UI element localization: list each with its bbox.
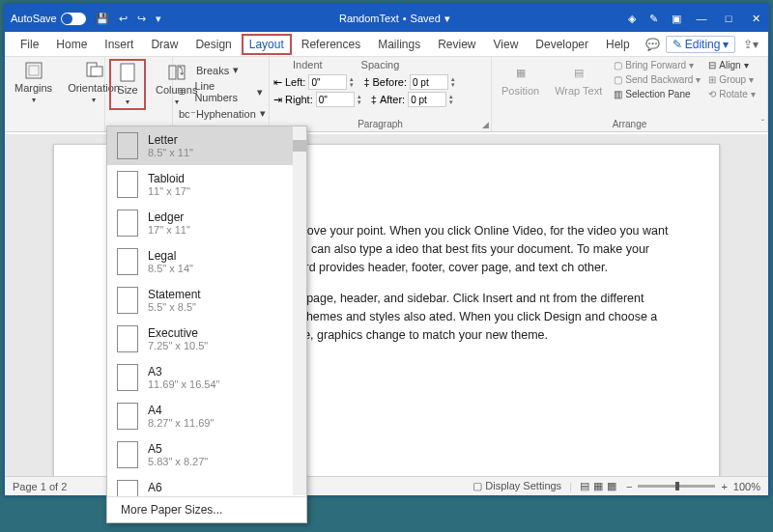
size-option-ledger[interactable]: Ledger17" x 11" — [107, 204, 306, 242]
rotate-icon: ⟲ — [708, 89, 716, 99]
align-button[interactable]: ⊟Align ▾ — [706, 59, 757, 71]
margins-button[interactable]: Margins▾ — [9, 59, 58, 106]
tab-draw[interactable]: Draw — [143, 34, 186, 55]
size-name: Legal — [148, 249, 193, 263]
display-settings-button[interactable]: ▢ Display Settings — [472, 480, 561, 492]
tab-design[interactable]: Design — [187, 34, 239, 55]
selection-pane-button[interactable]: ▥Selection Pane — [612, 88, 702, 100]
tab-review[interactable]: Review — [430, 34, 483, 55]
document-title[interactable]: RandomText • Saved ▾ — [161, 13, 628, 25]
tab-view[interactable]: View — [486, 34, 527, 55]
body-paragraph[interactable]: hing cover page, header, and sidebar. Cl… — [247, 290, 680, 344]
redo-icon[interactable]: ↪ — [137, 13, 146, 25]
autosave-toggle[interactable]: AutoSave — [11, 13, 86, 25]
view-read-icon[interactable]: ▤ — [580, 480, 589, 492]
page-icon — [117, 325, 138, 352]
size-option-a4[interactable]: A48.27" x 11.69" — [107, 397, 306, 435]
maximize-button[interactable]: □ — [722, 13, 735, 24]
group-button: ⊞Group ▾ — [706, 73, 757, 86]
position-button: ▦ Position — [496, 62, 545, 98]
tab-insert[interactable]: Insert — [97, 34, 141, 55]
size-name: Statement — [148, 288, 201, 301]
collapse-ribbon-icon[interactable]: ˇ — [761, 119, 764, 129]
zoom-level[interactable]: 100% — [733, 481, 760, 492]
view-print-icon[interactable]: ▦ — [593, 480, 603, 492]
size-option-a3[interactable]: A311.69" x 16.54" — [107, 358, 306, 397]
share-icon[interactable]: ⇪▾ — [737, 38, 764, 51]
chevron-down-icon: ▾ — [444, 13, 450, 25]
size-option-legal[interactable]: Legal8.5" x 14" — [107, 242, 306, 281]
editing-label: Editing — [685, 38, 721, 51]
page-icon — [117, 480, 138, 496]
size-name: Letter — [148, 133, 193, 147]
breaks-button[interactable]: ⤵Breaks ▾ — [177, 63, 265, 77]
size-button[interactable]: Size▾ — [109, 59, 146, 110]
pen-icon[interactable]: ✎ — [649, 13, 658, 25]
undo-icon[interactable]: ↩ — [119, 13, 128, 25]
size-name: Ledger — [148, 210, 190, 224]
tab-developer[interactable]: Developer — [528, 34, 596, 55]
size-name: A5 — [148, 442, 208, 456]
comments-icon[interactable]: 💬 — [642, 38, 664, 51]
selection-pane-icon: ▥ — [614, 89, 622, 99]
size-name: Tabloid — [148, 172, 190, 185]
bring-forward-icon: ▢ — [614, 60, 622, 70]
tab-layout[interactable]: Layout — [242, 34, 292, 55]
spacing-after[interactable]: ‡After:▴▾ — [371, 92, 459, 107]
editing-mode-button[interactable]: ✎ Editing ▾ — [666, 36, 736, 53]
zoom-control[interactable]: − + 100% — [626, 481, 760, 492]
paragraph-launcher-icon[interactable]: ◢ — [482, 120, 489, 129]
size-option-executive[interactable]: Executive7.25" x 10.5" — [107, 320, 306, 358]
indent-right-icon: ⇥ — [273, 94, 282, 106]
size-icon — [117, 63, 138, 82]
svg-rect-0 — [26, 63, 42, 78]
dropdown-scrollbar[interactable] — [293, 126, 306, 495]
line-numbers-button[interactable]: ≡Line Numbers ▾ — [177, 79, 265, 104]
size-dimensions: 17" x 11" — [148, 224, 190, 236]
close-button[interactable]: ✕ — [749, 13, 762, 25]
size-name: A6 — [148, 481, 208, 494]
tab-references[interactable]: References — [294, 34, 368, 55]
indent-left-icon: ⇤ — [273, 76, 282, 89]
size-name: A4 — [148, 404, 214, 417]
window-icon[interactable]: ▣ — [672, 13, 681, 25]
page-icon — [117, 287, 138, 314]
size-option-a5[interactable]: A55.83" x 8.27" — [107, 435, 306, 474]
group-icon: ⊞ — [708, 74, 716, 85]
page-icon — [117, 210, 138, 237]
toggle-switch-icon — [61, 13, 86, 25]
wrap-text-icon: ▤ — [568, 64, 589, 83]
spacing-before[interactable]: ‡Before:▴▾ — [363, 74, 461, 90]
align-icon: ⊟ — [708, 60, 716, 70]
zoom-in-icon[interactable]: + — [721, 481, 727, 492]
size-dimensions: 5.83" x 8.27" — [148, 456, 208, 467]
svg-rect-1 — [29, 66, 39, 75]
ribbon: Margins▾ Orientation▾ Size▾ Columns▾ — [5, 57, 768, 132]
diamond-icon[interactable]: ◈ — [628, 13, 636, 25]
view-web-icon[interactable]: ▩ — [607, 480, 616, 492]
indent-right[interactable]: ⇥Right:▴▾ — [273, 92, 367, 107]
size-dimensions: 11" x 17" — [148, 185, 190, 197]
tab-mailings[interactable]: Mailings — [370, 34, 428, 55]
svg-rect-3 — [91, 67, 102, 76]
size-option-a6[interactable]: A64.13" x 5.83" — [107, 474, 306, 496]
qat-customize-icon[interactable]: ▾ — [156, 13, 161, 25]
page-icon — [117, 248, 138, 275]
more-paper-sizes[interactable]: More Paper Sizes... — [107, 496, 306, 522]
minimize-button[interactable]: — — [695, 13, 708, 24]
size-option-letter[interactable]: Letter8.5" x 11" — [107, 126, 306, 165]
size-option-tabloid[interactable]: Tabloid11" x 17" — [107, 165, 306, 204]
hyphenation-button[interactable]: bc⁻Hyphenation ▾ — [177, 106, 265, 121]
tab-file[interactable]: File — [13, 34, 46, 55]
body-paragraph[interactable]: help you prove your point. When you clic… — [247, 222, 680, 276]
zoom-out-icon[interactable]: − — [626, 481, 632, 492]
chevron-down-icon: ▾ — [723, 38, 729, 51]
indent-left[interactable]: ⇤Left:▴▾ — [273, 74, 359, 90]
size-option-statement[interactable]: Statement5.5" x 8.5" — [107, 281, 306, 320]
page-indicator[interactable]: Page 1 of 2 — [13, 481, 67, 492]
line-numbers-icon: ≡ — [179, 86, 190, 98]
zoom-slider[interactable] — [638, 485, 715, 488]
tab-home[interactable]: Home — [48, 34, 95, 55]
save-icon[interactable]: 💾 — [96, 13, 109, 25]
tab-help[interactable]: Help — [598, 34, 638, 55]
